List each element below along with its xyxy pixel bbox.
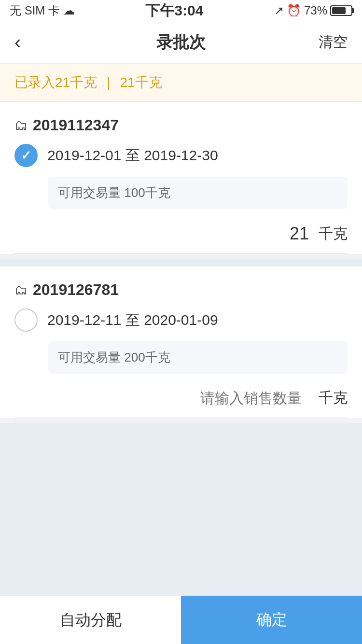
available-qty-2: 可用交易量 200千克 (48, 341, 348, 374)
qty-unit-1: 千克 (319, 224, 348, 244)
back-button[interactable]: ‹ (14, 31, 43, 53)
batch-card-1: 🗂 2019112347 2019-12-01 至 2019-12-30 可用交… (0, 102, 362, 254)
clear-button[interactable]: 清空 (319, 32, 348, 52)
divider-line-2 (14, 418, 348, 418)
doc-icon-1: 🗂 (14, 117, 28, 133)
qty-value-1: 21 (290, 224, 309, 244)
doc-icon-2: 🗂 (14, 282, 28, 298)
info-banner: 已录入21千克 | 21千克 (0, 64, 362, 102)
section-divider (0, 259, 362, 266)
location-icon: ↗ (274, 4, 284, 17)
radio-unchecked-2[interactable] (14, 308, 38, 332)
batch-id-1: 2019112347 (33, 116, 119, 134)
batch-header-2: 🗂 2019126781 (0, 266, 362, 304)
info-divider: | (107, 75, 110, 90)
batch-row-1[interactable]: 2019-12-01 至 2019-12-30 (0, 139, 362, 172)
qty-row-1: 21 千克 (0, 214, 362, 249)
page-title: 录批次 (156, 31, 206, 54)
empty-area (0, 423, 362, 616)
status-right: ↗ ⏰ 73% (274, 4, 352, 17)
qty-input-2[interactable] (164, 390, 309, 406)
batch-date-2: 2019-12-11 至 2020-01-09 (47, 310, 218, 330)
battery-icon (330, 5, 352, 16)
bottom-bar: 自动分配 确定 (0, 596, 362, 644)
divider-line-1 (14, 253, 348, 254)
batch-card-2: 🗂 2019126781 2019-12-11 至 2020-01-09 可用交… (0, 266, 362, 418)
status-left: 无 SIM 卡 ☁ (10, 3, 75, 18)
alarm-icon: ⏰ (287, 4, 301, 17)
recorded-amount: 已录入21千克 (14, 73, 97, 92)
total-amount: 21千克 (120, 73, 162, 92)
confirm-button[interactable]: 确定 (181, 596, 362, 644)
qty-unit-2: 千克 (319, 388, 348, 408)
available-qty-1: 可用交易量 100千克 (48, 177, 348, 209)
radio-checked-1[interactable] (14, 144, 38, 167)
batch-row-2[interactable]: 2019-12-11 至 2020-01-09 (0, 304, 362, 336)
batch-date-1: 2019-12-01 至 2019-12-30 (47, 146, 218, 166)
battery-percent: 73% (304, 4, 327, 17)
status-bar: 无 SIM 卡 ☁ 下午3:04 ↗ ⏰ 73% (0, 0, 362, 21)
auto-distribute-button[interactable]: 自动分配 (0, 596, 181, 644)
batch-id-2: 2019126781 (33, 281, 119, 299)
status-time: 下午3:04 (145, 1, 203, 21)
qty-row-2[interactable]: 千克 (0, 378, 362, 413)
no-sim-text: 无 SIM 卡 ☁ (10, 3, 75, 18)
batch-header-1: 🗂 2019112347 (0, 102, 362, 139)
nav-bar: ‹ 录批次 清空 (0, 21, 362, 64)
